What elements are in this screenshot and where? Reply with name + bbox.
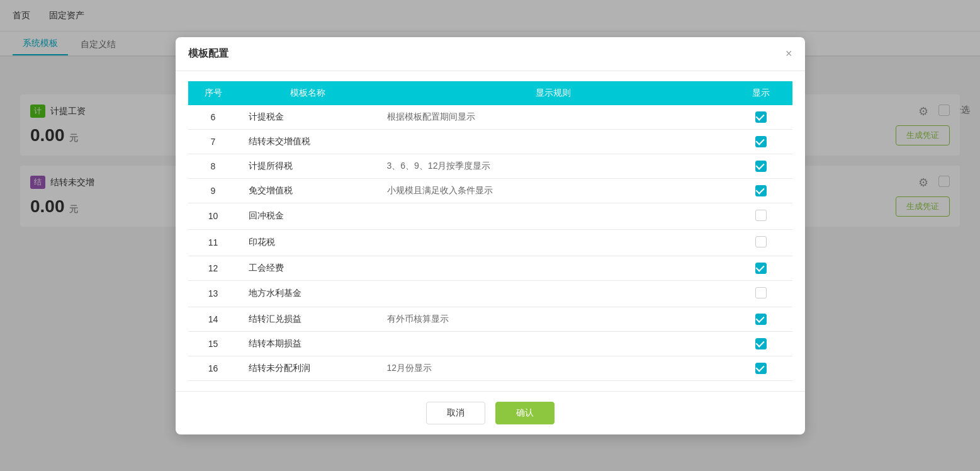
checkbox-icon[interactable] <box>755 210 767 221</box>
cell-id: 6 <box>188 105 239 130</box>
cell-rule: 12月份显示 <box>377 356 729 380</box>
checkbox-icon[interactable] <box>755 185 767 196</box>
cell-rule: 根据模板配置期间显示 <box>377 105 729 130</box>
checkbox-icon[interactable] <box>755 236 767 247</box>
table-row: 10回冲税金 <box>188 203 792 229</box>
table-scroll-container[interactable]: 序号 模板名称 显示规则 显示 6计提税金根据模板配置期间显示7结转未交增值税8… <box>188 81 792 381</box>
table-row: 13地方水利基金 <box>188 280 792 307</box>
cell-checkbox[interactable] <box>729 129 792 154</box>
table-header-row: 序号 模板名称 显示规则 显示 <box>188 81 792 105</box>
cell-name: 回冲税金 <box>239 203 377 229</box>
cell-id: 13 <box>188 280 239 307</box>
cell-rule: 有外币核算显示 <box>377 307 729 331</box>
modal-close-button[interactable]: × <box>786 48 792 59</box>
cell-rule <box>377 331 729 356</box>
confirm-button[interactable]: 确认 <box>495 402 555 424</box>
modal-backdrop: 模板配置 × 序号 模板名称 显示规则 显示 6计提税金根据模板配置期间显 <box>0 0 980 471</box>
table-row: 6计提税金根据模板配置期间显示 <box>188 105 792 130</box>
col-header-rule: 显示规则 <box>377 81 729 105</box>
table-row: 16结转未分配利润12月份显示 <box>188 356 792 380</box>
cell-name: 免交增值税 <box>239 178 377 203</box>
cell-id: 8 <box>188 154 239 178</box>
cell-checkbox[interactable] <box>729 256 792 280</box>
checkbox-icon[interactable] <box>755 287 767 298</box>
modal-body: 序号 模板名称 显示规则 显示 6计提税金根据模板配置期间显示7结转未交增值税8… <box>176 71 805 391</box>
cell-name: 结转未交增值税 <box>239 129 377 154</box>
checkbox-icon[interactable] <box>755 161 767 172</box>
col-header-name: 模板名称 <box>239 81 377 105</box>
cell-checkbox[interactable] <box>729 105 792 130</box>
cell-name: 结转本期损益 <box>239 331 377 356</box>
cell-rule: 3、6、9、12月按季度显示 <box>377 154 729 178</box>
table-row: 14结转汇兑损益有外币核算显示 <box>188 307 792 331</box>
col-header-id: 序号 <box>188 81 239 105</box>
modal-title: 模板配置 <box>188 47 228 60</box>
cell-name: 地方水利基金 <box>239 280 377 307</box>
table-row: 8计提所得税3、6、9、12月按季度显示 <box>188 154 792 178</box>
cell-rule: 小规模且满足收入条件显示 <box>377 178 729 203</box>
cell-id: 16 <box>188 356 239 380</box>
checkbox-icon[interactable] <box>755 363 767 374</box>
cancel-button[interactable]: 取消 <box>426 402 485 424</box>
cell-checkbox[interactable] <box>729 229 792 256</box>
cell-checkbox[interactable] <box>729 331 792 356</box>
cell-id: 15 <box>188 331 239 356</box>
cell-id: 9 <box>188 178 239 203</box>
checkbox-icon[interactable] <box>755 263 767 274</box>
checkbox-icon[interactable] <box>755 136 767 147</box>
cell-name: 工会经费 <box>239 256 377 280</box>
table-row: 9免交增值税小规模且满足收入条件显示 <box>188 178 792 203</box>
cell-id: 14 <box>188 307 239 331</box>
cell-checkbox[interactable] <box>729 178 792 203</box>
cell-id: 7 <box>188 129 239 154</box>
checkbox-icon[interactable] <box>755 338 767 349</box>
cell-name: 印花税 <box>239 229 377 256</box>
checkbox-icon[interactable] <box>755 314 767 325</box>
config-table: 序号 模板名称 显示规则 显示 6计提税金根据模板配置期间显示7结转未交增值税8… <box>188 81 792 381</box>
cell-rule <box>377 203 729 229</box>
cell-checkbox[interactable] <box>729 154 792 178</box>
cell-rule <box>377 129 729 154</box>
table-row: 15结转本期损益 <box>188 331 792 356</box>
cell-id: 11 <box>188 229 239 256</box>
cell-checkbox[interactable] <box>729 356 792 380</box>
cell-name: 计提所得税 <box>239 154 377 178</box>
cell-name: 结转未分配利润 <box>239 356 377 380</box>
checkbox-icon[interactable] <box>755 111 767 123</box>
modal-dialog: 模板配置 × 序号 模板名称 显示规则 显示 6计提税金根据模板配置期间显 <box>176 37 805 434</box>
cell-rule <box>377 256 729 280</box>
modal-header: 模板配置 × <box>176 37 805 71</box>
table-row: 11印花税 <box>188 229 792 256</box>
modal-footer: 取消 确认 <box>176 391 805 434</box>
cell-checkbox[interactable] <box>729 203 792 229</box>
cell-id: 10 <box>188 203 239 229</box>
table-row: 7结转未交增值税 <box>188 129 792 154</box>
table-body: 6计提税金根据模板配置期间显示7结转未交增值税8计提所得税3、6、9、12月按季… <box>188 105 792 381</box>
cell-name: 结转汇兑损益 <box>239 307 377 331</box>
cell-id: 12 <box>188 256 239 280</box>
cell-name: 计提税金 <box>239 105 377 130</box>
cell-rule <box>377 280 729 307</box>
cell-checkbox[interactable] <box>729 280 792 307</box>
table-row: 12工会经费 <box>188 256 792 280</box>
col-header-display: 显示 <box>729 81 792 105</box>
cell-checkbox[interactable] <box>729 307 792 331</box>
cell-rule <box>377 229 729 256</box>
